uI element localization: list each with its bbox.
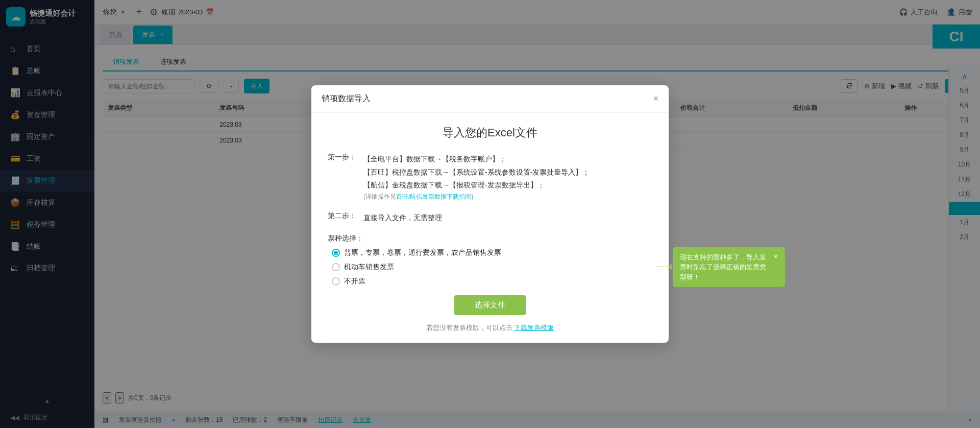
- step1: 第一步： 【全电平台】数据下载→【税务数字账户】； 【百旺】税控盘数据下载→【系…: [328, 153, 652, 202]
- step1-line3: 【航信】金税盘数据下载→【报税管理-发票数据导出】；: [363, 179, 590, 192]
- step1-line1: 【全电平台】数据下载→【税务数字账户】；: [363, 153, 590, 165]
- modal-title: 销项数据导入: [322, 93, 371, 104]
- radio-motor-circle: [332, 263, 340, 271]
- radio-none-label: 不开票: [344, 277, 365, 286]
- tooltip-close-button[interactable]: ×: [771, 252, 778, 260]
- download-template-link[interactable]: 下载发票模版: [514, 324, 554, 331]
- radio-motor-wrapper: 机动车销售发票 现在支持的票种多了，导入发票时别忘了选择正确的发票类型呀！ ×: [332, 263, 652, 272]
- ticket-select: 票种选择： 普票，专票，卷票，通行费发票，农产品销售发票 机动车销售发票: [328, 234, 652, 286]
- step1-note: (详细操作见百旺/航信发票数据下载指南): [363, 192, 590, 203]
- footer-text: 若您没有发票模版，可以点击: [426, 324, 512, 331]
- radio-motor[interactable]: 机动车销售发票: [332, 263, 394, 272]
- step2-content: 直接导入文件，无需整理: [363, 211, 442, 224]
- modal-header: 销项数据导入 ×: [311, 85, 669, 113]
- radio-normal-label: 普票，专票，卷票，通行费发票，农产品销售发票: [344, 248, 501, 257]
- radio-normal-circle: [332, 249, 340, 257]
- modal-body: 导入您的Excel文件 第一步： 【全电平台】数据下载→【税务数字账户】； 【百…: [311, 113, 669, 342]
- radio-normal[interactable]: 普票，专票，卷票，通行费发票，农产品销售发票: [332, 248, 652, 257]
- modal-close-button[interactable]: ×: [653, 93, 658, 104]
- select-file-button[interactable]: 选择文件: [454, 295, 526, 315]
- modal-footer: 若您没有发票模版，可以点击 下载发票模版: [328, 323, 652, 332]
- radio-motor-label: 机动车销售发票: [344, 263, 394, 272]
- tooltip-bubble: 现在支持的票种多了，导入发票时别忘了选择正确的发票类型呀！ ×: [673, 247, 785, 287]
- radio-none-circle: [332, 277, 340, 286]
- step1-line2: 【百旺】税控盘数据下载→【系统设置-系统参数设置-发票批量导入】；: [363, 166, 590, 179]
- step2: 第二步： 直接导入文件，无需整理: [328, 211, 652, 224]
- step1-label: 第一步：: [328, 153, 363, 202]
- radio-group: 普票，专票，卷票，通行费发票，农产品销售发票 机动车销售发票: [328, 248, 652, 286]
- import-modal: 销项数据导入 × 导入您的Excel文件 第一步： 【全电平台】数据下载→【税务…: [311, 85, 669, 342]
- guide-link[interactable]: 百旺/航信发票数据下载指南: [396, 193, 471, 200]
- modal-main-title: 导入您的Excel文件: [328, 125, 652, 140]
- step2-label: 第二步：: [328, 211, 363, 224]
- ticket-label: 票种选择：: [328, 234, 363, 243]
- radio-none[interactable]: 不开票: [332, 277, 652, 286]
- modal-overlay: 销项数据导入 × 导入您的Excel文件 第一步： 【全电平台】数据下载→【税务…: [0, 0, 980, 428]
- tooltip-text: 现在支持的票种多了，导入发票时别忘了选择正确的发票类型呀！: [680, 252, 771, 282]
- step1-content: 【全电平台】数据下载→【税务数字账户】； 【百旺】税控盘数据下载→【系统设置-系…: [363, 153, 590, 202]
